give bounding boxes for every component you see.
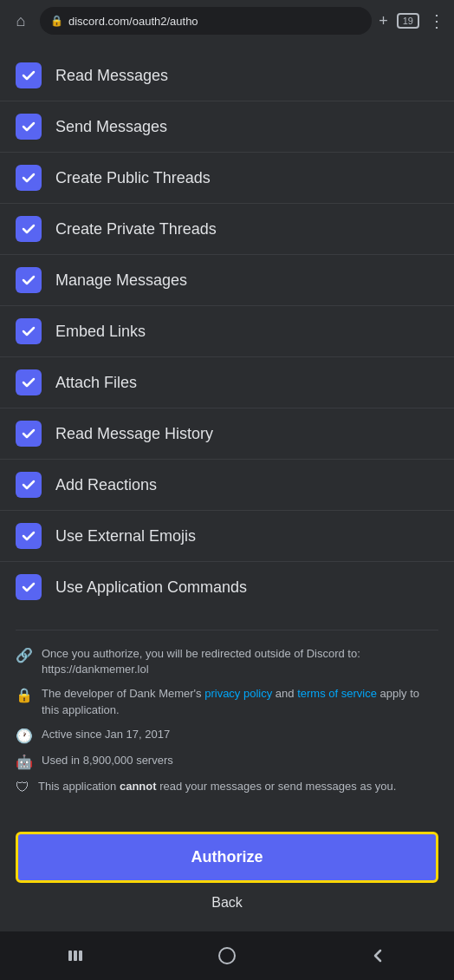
permission-item-manage-messages[interactable]: Manage Messages [0, 255, 454, 306]
nav-home-button[interactable] [201, 938, 253, 973]
authorize-button[interactable]: Authorize [16, 832, 438, 883]
permission-item-read-messages[interactable]: Read Messages [0, 50, 454, 101]
new-tab-icon[interactable]: + [379, 12, 388, 30]
clock-icon: 🕐 [16, 728, 33, 744]
main-content: Read MessagesSend MessagesCreate Public … [0, 42, 454, 818]
url-text: discord.com/oauth2/autho [68, 15, 198, 28]
link-icon: 🔗 [16, 647, 33, 663]
info-item-2: 🕐Active since Jan 17, 2017 [16, 727, 438, 744]
checkbox-read-messages[interactable] [16, 62, 42, 88]
permission-item-use-application-commands[interactable]: Use Application Commands [0, 562, 454, 612]
svg-point-3 [219, 948, 235, 964]
checkbox-create-public-threads[interactable] [16, 165, 42, 191]
info-item-1: 🔒The developer of Dank Memer's privacy p… [16, 686, 438, 717]
info-text-4: This application cannot read your messag… [38, 779, 396, 794]
permission-label-send-messages: Send Messages [55, 118, 167, 136]
permission-item-create-private-threads[interactable]: Create Private Threads [0, 204, 454, 255]
permission-label-create-public-threads: Create Public Threads [55, 169, 211, 187]
lock-icon: 🔒 [50, 15, 63, 27]
info-text-0: Once you authorize, you will be redirect… [42, 646, 438, 677]
shield-icon: 🛡 [16, 780, 29, 795]
browser-home-button[interactable]: ⌂ [9, 9, 33, 33]
permission-label-read-message-history: Read Message History [55, 425, 213, 443]
browser-menu-icon[interactable]: ⋮ [428, 10, 445, 31]
permission-label-read-messages: Read Messages [55, 67, 168, 85]
permission-label-embed-links: Embed Links [55, 323, 146, 341]
checkbox-manage-messages[interactable] [16, 267, 42, 293]
checkbox-read-message-history[interactable] [16, 421, 42, 447]
info-item-3: 🤖Used in 8,900,000 servers [16, 753, 438, 770]
browser-actions: + 19 ⋮ [379, 10, 445, 31]
permission-item-add-reactions[interactable]: Add Reactions [0, 460, 454, 511]
svg-rect-0 [68, 951, 72, 961]
checkbox-embed-links[interactable] [16, 318, 42, 344]
permission-label-add-reactions: Add Reactions [55, 476, 157, 494]
permission-item-embed-links[interactable]: Embed Links [0, 306, 454, 357]
permission-label-attach-files: Attach Files [55, 374, 137, 392]
permissions-list: Read MessagesSend MessagesCreate Public … [0, 42, 454, 621]
nav-menu-button[interactable] [49, 938, 101, 973]
nav-bar [0, 931, 454, 980]
svg-rect-2 [79, 951, 82, 961]
permission-label-use-external-emojis: Use External Emojis [55, 527, 196, 546]
browser-bar: ⌂ 🔒 discord.com/oauth2/autho + 19 ⋮ [0, 0, 454, 42]
permission-item-send-messages[interactable]: Send Messages [0, 101, 454, 153]
checkbox-attach-files[interactable] [16, 369, 42, 395]
svg-rect-1 [74, 951, 77, 961]
nav-back-button[interactable] [353, 938, 405, 973]
checkbox-use-external-emojis[interactable] [16, 523, 42, 549]
info-text-1: The developer of Dank Memer's privacy po… [42, 686, 438, 717]
permission-item-use-external-emojis[interactable]: Use External Emojis [0, 511, 454, 562]
checkbox-use-application-commands[interactable] [16, 574, 42, 600]
info-text-3: Used in 8,900,000 servers [42, 753, 173, 768]
permission-label-use-application-commands: Use Application Commands [55, 578, 247, 597]
checkbox-send-messages[interactable] [16, 114, 42, 140]
bot-icon: 🤖 [16, 754, 33, 770]
info-item-4: 🛡This application cannot read your messa… [16, 779, 438, 795]
checkbox-create-private-threads[interactable] [16, 216, 42, 242]
url-bar[interactable]: 🔒 discord.com/oauth2/autho [40, 7, 372, 35]
info-section: 🔗Once you authorize, you will be redirec… [0, 639, 454, 809]
permission-item-create-public-threads[interactable]: Create Public Threads [0, 153, 454, 204]
back-button[interactable]: Back [16, 883, 438, 923]
bottom-section: Authorize Back [0, 818, 454, 931]
lock-icon: 🔒 [16, 687, 33, 703]
permission-item-read-message-history[interactable]: Read Message History [0, 408, 454, 460]
divider [16, 630, 438, 630]
info-item-0: 🔗Once you authorize, you will be redirec… [16, 646, 438, 677]
tab-count[interactable]: 19 [397, 13, 419, 29]
permission-label-create-private-threads: Create Private Threads [55, 220, 217, 238]
info-text-2: Active since Jan 17, 2017 [42, 727, 170, 742]
permission-label-manage-messages: Manage Messages [55, 271, 187, 290]
checkbox-add-reactions[interactable] [16, 472, 42, 498]
permission-item-attach-files[interactable]: Attach Files [0, 357, 454, 408]
